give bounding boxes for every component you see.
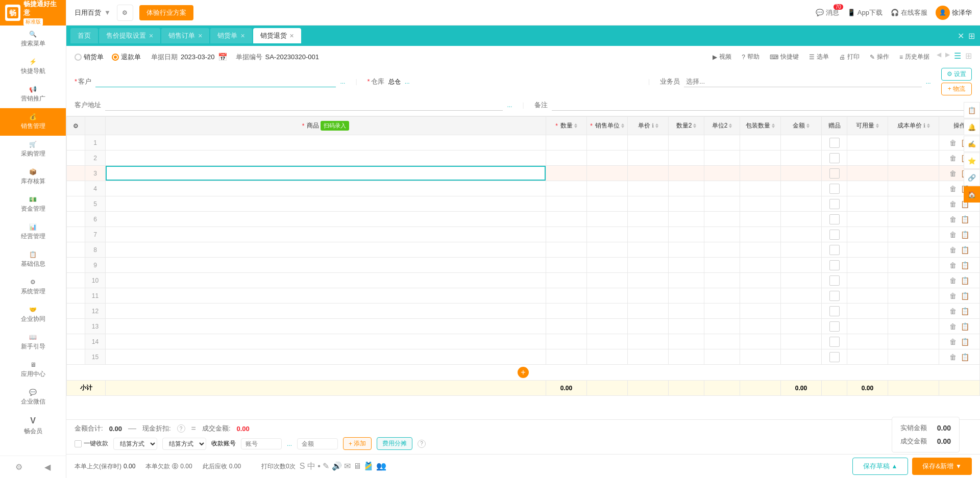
row-qty-12[interactable] [546,304,587,319]
user-profile[interactable]: 👤 徐泽华 [936,6,972,20]
topbar-settings-button[interactable]: ⚙ [117,5,133,21]
copy-row-7-icon[interactable]: 📋 [961,231,969,239]
sidebar-item-marketing[interactable]: 📢 营销推广 [0,81,66,108]
tab-menu-button[interactable]: ⊞ [967,30,976,42]
gift-checkbox-2[interactable] [829,153,840,163]
row-amount-1[interactable] [781,135,822,150]
row-cost-4[interactable] [888,181,939,196]
row-unit-4[interactable] [587,181,628,196]
row-avail-14[interactable] [847,334,888,349]
row-unit-7[interactable] [587,227,628,242]
row-cost-11[interactable] [888,288,939,304]
row-avail-12[interactable] [847,304,888,319]
row-unit-9[interactable] [587,258,628,273]
copy-row-13-icon[interactable]: 📋 [961,322,969,331]
tab-home[interactable]: 首页 [70,28,98,43]
gift-checkbox-5[interactable] [829,199,840,209]
row-avail-3[interactable] [847,166,888,181]
sidebar-item-collab[interactable]: 🤝 企业协同 [0,301,66,329]
row-unit-3[interactable] [587,166,628,181]
row-ops-6[interactable]: 🗑 📋 [939,212,980,227]
staff-lookup-btn[interactable]: ... [926,78,931,85]
payment-method-select[interactable]: 结算方式 [113,438,157,450]
row-gift-15[interactable] [822,349,847,365]
sidebar-item-inventory[interactable]: 📦 库存核算 [0,163,66,191]
row-gift-4[interactable] [822,181,847,196]
view-list-icon[interactable]: ☰ [954,51,961,63]
gift-checkbox-13[interactable] [829,321,840,332]
sidebar-settings-btn[interactable]: ⚙ [13,460,24,474]
row-qty2-2[interactable] [669,150,704,166]
rsi-star-btn[interactable]: ⭐ [964,153,980,169]
add-payment-button[interactable]: + 添加 [343,437,372,450]
remark-input[interactable] [552,99,972,111]
sidebar-item-operations[interactable]: 📊 经营管理 [0,218,66,246]
row-qty2-14[interactable] [669,334,704,349]
toolbar-select-btn[interactable]: ☰ 选单 [806,51,832,63]
row-avail-7[interactable] [847,227,888,242]
row-ops-10[interactable]: 🗑 📋 [939,273,980,288]
row-qty2-4[interactable] [669,181,704,196]
sidebar-item-apps[interactable]: 🖥 应用中心 [0,356,66,384]
delete-row-3-icon[interactable]: 🗑 [949,169,957,178]
row-pack-10[interactable] [740,273,781,288]
row-pack-15[interactable] [740,349,781,365]
row-qty2-10[interactable] [669,273,704,288]
row-qty2-5[interactable] [669,196,704,212]
rsi-link-btn[interactable]: 🔗 [964,169,980,186]
row-unit-10[interactable] [587,273,628,288]
toolbar-shortcut-btn[interactable]: ⌨ 快捷键 [767,51,802,63]
th-settings[interactable]: ⚙ [67,117,85,135]
row-goods-11[interactable] [106,288,546,304]
row-amount-15[interactable] [781,349,822,365]
account-number-input[interactable] [241,438,282,449]
expense-help-icon[interactable]: ? [418,440,426,448]
rsi-home-btn[interactable]: 🏠 [964,186,980,203]
tab-sales-bill[interactable]: 销货单 × [210,28,252,43]
row-price-11[interactable] [628,288,669,304]
row-avail-15[interactable] [847,349,888,365]
row-pack-2[interactable] [740,150,781,166]
row-gift-7[interactable] [822,227,847,242]
copy-row-6-icon[interactable]: 📋 [961,215,969,223]
row-avail-10[interactable] [847,273,888,288]
tab-price-settings-close[interactable]: × [149,32,153,39]
row-unit2-14[interactable] [704,334,740,349]
row-qty-6[interactable] [546,212,587,227]
row-unit2-12[interactable] [704,304,740,319]
row-avail-9[interactable] [847,258,888,273]
row-unit-13[interactable] [587,319,628,334]
delete-row-2-icon[interactable]: 🗑 [949,154,957,162]
row-goods-14[interactable] [106,334,546,349]
toolbar-help-btn[interactable]: ? 帮助 [739,51,763,63]
row-qty-5[interactable] [546,196,587,212]
row-pack-7[interactable] [740,227,781,242]
row-cost-10[interactable] [888,273,939,288]
row-cost-5[interactable] [888,196,939,212]
sidebar-item-shortcuts[interactable]: ⚡ 快捷导航 [0,53,66,81]
row-unit2-1[interactable] [704,135,740,150]
delete-row-15-icon[interactable]: 🗑 [949,353,957,361]
copy-row-11-icon[interactable]: 📋 [961,292,969,300]
row-price-4[interactable] [628,181,669,196]
row-avail-6[interactable] [847,212,888,227]
gift-checkbox-10[interactable] [829,275,840,286]
row-unit-15[interactable] [587,349,628,365]
row-pack-9[interactable] [740,258,781,273]
row-qty-14[interactable] [546,334,587,349]
toolbar-operate-btn[interactable]: ✎ 操作 [867,51,892,63]
row-price-8[interactable] [628,242,669,258]
delete-row-11-icon[interactable]: 🗑 [949,292,957,300]
row-qty2-12[interactable] [669,304,704,319]
row-cost-1[interactable] [888,135,939,150]
delete-row-9-icon[interactable]: 🗑 [949,261,957,269]
row-pack-13[interactable] [740,319,781,334]
row-price-15[interactable] [628,349,669,365]
row-cost-14[interactable] [888,334,939,349]
row-qty-15[interactable] [546,349,587,365]
address-lookup-btn[interactable]: ... [507,102,512,109]
th-price[interactable]: 单价ℹ [628,117,669,135]
row-unit2-9[interactable] [704,258,740,273]
row-qty-3[interactable] [546,166,587,181]
row-goods-8[interactable] [106,242,546,258]
